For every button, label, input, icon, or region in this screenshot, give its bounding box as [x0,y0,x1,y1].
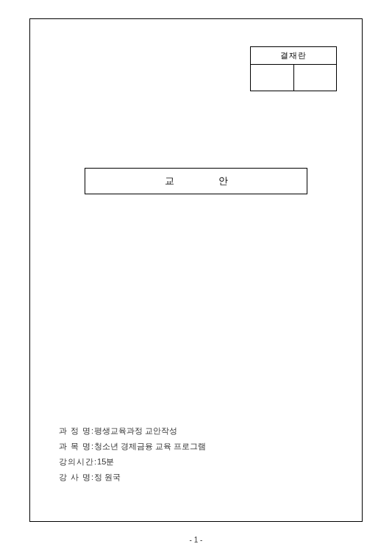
approval-header: 결재란 [251,47,336,65]
duration-label: 강의시간: [59,454,97,470]
approval-box: 결재란 [250,46,337,91]
instructor-label: 강 사 명: [59,470,94,485]
approval-cell-left [251,65,294,91]
course-label: 과 정 명: [59,423,94,439]
approval-cells [251,65,336,91]
course-value: 평생교육과정 교안작성 [94,423,177,439]
course-row: 과 정 명: 평생교육과정 교안작성 [59,423,206,439]
document-title: 교안 [85,168,307,194]
instructor-value: 정 원국 [94,470,121,485]
subject-row: 과 목 명: 청소년 경제금융 교육 프로그램 [59,439,206,454]
page-number: - 1 - [0,536,392,544]
instructor-row: 강 사 명: 정 원국 [59,470,206,485]
subject-label: 과 목 명: [59,439,94,454]
duration-value: 15분 [97,454,114,470]
duration-row: 강의시간: 15분 [59,454,206,470]
subject-value: 청소년 경제금융 교육 프로그램 [94,439,206,454]
document-details: 과 정 명: 평생교육과정 교안작성 과 목 명: 청소년 경제금융 교육 프로… [59,423,206,485]
approval-cell-right [294,65,337,91]
